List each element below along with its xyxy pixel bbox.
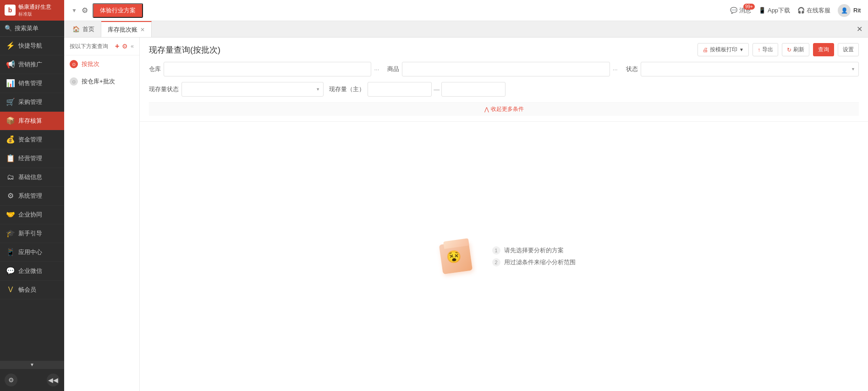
- status-select[interactable]: [641, 62, 859, 76]
- empty-hint-2: 2 用过滤条件来缩小分析范围: [492, 258, 576, 266]
- sidebar-item-inventory[interactable]: 📦 库存核算: [0, 112, 64, 130]
- refresh-icon: ↻: [787, 47, 791, 53]
- quick-nav-icon: ⚡: [6, 42, 15, 50]
- page-title: 现存量查询(按批次): [149, 44, 220, 55]
- inventory-qty-label: 现存量（主）: [329, 85, 365, 93]
- main-area: ▼ ⚙ 体验行业方案 💬 消息 99+ 📱 App下载 🎧 在线客服 👤 Rit: [64, 0, 868, 391]
- collapse-filters-button[interactable]: ⋀ 收起更多条件: [149, 102, 859, 116]
- empty-state: 😵 1 请先选择要分析的方案 2 用过滤条件来缩小分析范围: [140, 122, 868, 391]
- sidebar: b 畅康通好生意 标准版 🔍 搜索菜单 ⚡ 快捷导航 📢 营销推广 📊 销售管理…: [0, 0, 64, 391]
- sidebar-item-finance[interactable]: 💰 资金管理: [0, 130, 64, 149]
- sidebar-item-operations[interactable]: 📋 经营管理: [0, 149, 64, 168]
- sidebar-item-enterprise[interactable]: 🤝 企业协同: [0, 206, 64, 224]
- print-dropdown-icon[interactable]: ▼: [739, 47, 744, 52]
- warehouse-input[interactable]: [164, 62, 371, 76]
- scheme-warehouse-batch-icon: ⊙: [70, 77, 78, 86]
- tab-inventory-batch[interactable]: 库存批次账 ✕: [101, 21, 152, 37]
- filter-row-1: 仓库 ··· 商品 ··· 状态: [149, 62, 859, 76]
- filter-area: 仓库 ··· 商品 ··· 状态: [140, 56, 868, 122]
- sidebar-item-system[interactable]: ⚙ 系统管理: [0, 187, 64, 206]
- enterprise-icon: 🤝: [6, 211, 15, 219]
- sidebar-item-new-guide[interactable]: 🎓 新手引导: [0, 224, 64, 243]
- sidebar-item-sales[interactable]: 📊 销售管理: [0, 74, 64, 93]
- sidebar-footer: ⚙ ◀◀: [0, 369, 64, 391]
- experience-button[interactable]: 体验行业方案: [93, 3, 143, 18]
- add-scheme-button[interactable]: +: [115, 42, 119, 50]
- refresh-button[interactable]: ↻ 刷新: [782, 43, 809, 56]
- online-service-button[interactable]: 🎧 在线客服: [797, 6, 830, 15]
- filter-panel-actions: + ⚙ «: [115, 42, 134, 50]
- scheme-batch-label: 按批次: [82, 60, 99, 68]
- sidebar-item-basic-info[interactable]: 🗂 基础信息: [0, 168, 64, 187]
- filter-inventory-qty: 现存量（主） —: [329, 82, 679, 97]
- inventory-qty-max-input[interactable]: [441, 82, 505, 97]
- panel-collapse-icon[interactable]: «: [131, 43, 134, 49]
- qty-dash: —: [432, 86, 441, 93]
- topbar: ▼ ⚙ 体验行业方案 💬 消息 99+ 📱 App下载 🎧 在线客服 👤 Rit: [64, 0, 868, 21]
- warehouse-label: 仓库: [149, 65, 161, 73]
- empty-hint-1: 1 请先选择要分析的方案: [492, 246, 576, 255]
- export-button[interactable]: ↑ 导出: [753, 43, 778, 56]
- product-more-button[interactable]: ···: [610, 64, 621, 75]
- app-download-icon: 📱: [758, 7, 766, 14]
- system-icon: ⚙: [6, 192, 15, 200]
- scheme-warehouse-batch[interactable]: ⊙ 按仓库+批次: [64, 73, 139, 90]
- home-icon: 🏠: [72, 26, 80, 33]
- filter-inventory-status: 现存量状态: [149, 82, 324, 97]
- tab-panel-close-button[interactable]: ✕: [857, 25, 863, 33]
- filter-panel: 按以下方案查询 + ⚙ « ⊙ 按批次 ⊙ 按仓库+批次: [64, 38, 140, 391]
- basic-info-icon: 🗂: [6, 173, 15, 181]
- sidebar-search[interactable]: 🔍 搜索菜单: [0, 21, 64, 37]
- app-center-icon: 📱: [6, 248, 15, 256]
- product-label: 商品: [387, 65, 399, 73]
- sidebar-item-app-center[interactable]: 📱 应用中心: [0, 243, 64, 262]
- settings-button[interactable]: 设置: [838, 43, 859, 56]
- messages-icon: 💬: [730, 7, 737, 14]
- inventory-status-select[interactable]: [181, 82, 324, 97]
- inventory-qty-min-input[interactable]: [368, 82, 432, 97]
- main-content: 现存量查询(按批次) 🖨 按模板打印 ▼ ↑ 导出 ↻ 刷新: [140, 38, 868, 391]
- filter-warehouse: 仓库 ···: [149, 62, 382, 76]
- hint1-text: 请先选择要分析的方案: [504, 246, 564, 255]
- topbar-left: ▼ ⚙ 体验行业方案: [71, 3, 143, 18]
- scheme-batch[interactable]: ⊙ 按批次: [64, 55, 139, 73]
- search-icon: 🔍: [5, 25, 12, 32]
- warehouse-more-button[interactable]: ···: [371, 64, 382, 75]
- sidebar-collapse-button[interactable]: ◀◀: [47, 374, 60, 386]
- finance-icon: 💰: [6, 136, 15, 144]
- inventory-status-label: 现存量状态: [149, 85, 179, 93]
- sales-icon: 📊: [6, 79, 15, 87]
- collapse-icon: ⋀: [484, 106, 489, 113]
- sidebar-settings-button[interactable]: ⚙: [5, 374, 17, 386]
- product-input[interactable]: [402, 62, 610, 76]
- topbar-gear-icon[interactable]: ⚙: [82, 6, 88, 15]
- sidebar-item-vip[interactable]: V 畅会员: [0, 281, 64, 299]
- sidebar-item-quick-nav[interactable]: ⚡ 快捷导航: [0, 37, 64, 55]
- print-button[interactable]: 🖨 按模板打印 ▼: [698, 43, 749, 56]
- operations-icon: 📋: [6, 154, 15, 163]
- user-menu[interactable]: 👤 Rit: [838, 4, 861, 17]
- topbar-dropdown[interactable]: ▼: [71, 7, 77, 14]
- content-area: 按以下方案查询 + ⚙ « ⊙ 按批次 ⊙ 按仓库+批次 现存量查询(按批次): [64, 38, 868, 391]
- filter-product: 商品 ···: [387, 62, 620, 76]
- purchase-icon: 🛒: [6, 98, 15, 106]
- filter-panel-title: 按以下方案查询: [70, 43, 108, 50]
- tab-close-button[interactable]: ✕: [140, 27, 145, 33]
- empty-illustration: 😵: [433, 234, 478, 279]
- collapse-label: 收起更多条件: [491, 105, 524, 113]
- sidebar-item-enterprise-wechat[interactable]: 💬 企业微信: [0, 262, 64, 281]
- sidebar-item-purchase[interactable]: 🛒 采购管理: [0, 93, 64, 112]
- query-button[interactable]: 查询: [813, 43, 834, 56]
- sidebar-item-marketing[interactable]: 📢 营销推广: [0, 55, 64, 74]
- empty-hints: 1 请先选择要分析的方案 2 用过滤条件来缩小分析范围: [492, 246, 576, 266]
- app-download-button[interactable]: 📱 App下载: [758, 6, 790, 15]
- scheme-batch-icon: ⊙: [70, 60, 78, 68]
- sidebar-brand: 畅康通好生意 标准版: [18, 4, 51, 17]
- sidebar-scroll-down[interactable]: ▼: [0, 361, 64, 369]
- tab-home[interactable]: 🏠 首页: [66, 21, 101, 37]
- messages-button[interactable]: 💬 消息 99+: [730, 6, 751, 15]
- new-guide-icon: 🎓: [6, 229, 15, 238]
- online-service-icon: 🎧: [797, 7, 805, 14]
- scheme-warehouse-batch-label: 按仓库+批次: [82, 77, 115, 86]
- scheme-settings-icon[interactable]: ⚙: [122, 43, 128, 50]
